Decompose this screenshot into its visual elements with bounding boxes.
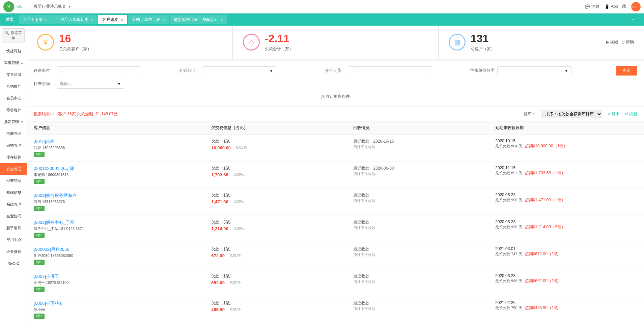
- table-row: [0001020001]李老师 李老师 18600391516 现销 欠款（1笔…: [27, 161, 644, 188]
- sidebar-item-wechat[interactable]: 企业微信: [0, 246, 27, 258]
- debt-percent: 0.00%: [234, 172, 244, 176]
- view-btn[interactable]: ▶ 视频: [606, 39, 618, 45]
- sidebar-item-quick-nav[interactable]: 快捷导航: [0, 45, 27, 57]
- stat-debt-amount-label: 欠款合计（万）: [265, 46, 293, 52]
- filter-balance-select[interactable]: 选择... ▼: [57, 79, 124, 89]
- sidebar-item-basic[interactable]: 基础信息: [0, 187, 27, 199]
- sidebar-item-ecommerce[interactable]: 电商管理: [0, 128, 27, 140]
- app-download-btn[interactable]: 📱 App下载: [605, 4, 626, 9]
- stat-total-customers-info: 131 总客户（家）: [471, 32, 495, 52]
- export-icon: ↗: [607, 112, 611, 116]
- sidebar-item-vip[interactable]: 畅会员: [0, 258, 27, 269]
- refresh-btn[interactable]: ↺ 刷新: [625, 111, 637, 117]
- play-icon: ▶: [606, 40, 609, 45]
- due-date-cell: 2020.06.23 最长欠款 998 天 超期¥652.00（1笔）: [495, 273, 637, 284]
- results-bar: 搜索结果中，客户 16家 欠款金额 -21,148.07元 排序： 排序：按欠款…: [27, 107, 644, 121]
- col-customer-info: 客户信息: [34, 125, 211, 131]
- debt-percent: 0.00%: [230, 280, 241, 284]
- customer-name-link[interactable]: [0006]去下粮仓: [34, 300, 211, 306]
- next-collect: 预计下次收款: [353, 306, 495, 311]
- app-logo: 畅: [3, 1, 14, 12]
- overdue-amount-link[interactable]: 超期¥1,471.00（1笔）: [525, 198, 565, 202]
- overdue-amount-link[interactable]: 超期¥1,214.00（3笔）: [525, 225, 565, 229]
- tab-home[interactable]: 首页: [2, 15, 18, 24]
- tab-production[interactable]: 产成品入库单历史 ✕: [52, 15, 97, 24]
- chevron-down-balance-icon: ▼: [117, 82, 121, 86]
- customer-tag: 现销: [34, 260, 45, 265]
- overdue-amount-link[interactable]: 超期¥10,000.00（1笔）: [525, 144, 568, 148]
- table-row: [0007]小进干 小进干 18279152100 现销 欠款（1笔） 652.…: [27, 269, 644, 296]
- overdue-amount-link[interactable]: 超期¥1,703.68（1笔）: [525, 171, 565, 175]
- tab-purchase-stats[interactable]: 进货单统计表（按商品） ✕: [170, 15, 227, 24]
- sidebar-item-inventory[interactable]: 库存核算: [0, 151, 27, 163]
- sidebar-item-apps[interactable]: 应用中心: [0, 234, 27, 246]
- table-header: 客户信息 欠交易信息（占比） 回收情况 到期未收款日期: [27, 122, 644, 135]
- chevron-down-dept-icon: ▼: [269, 68, 273, 73]
- tab-purchase-order[interactable]: 采购订单统计表 ✕: [128, 15, 169, 24]
- sidebar-item-purchase[interactable]: 采购管理: [0, 140, 27, 151]
- debt-amount: 1,471.00: [211, 199, 228, 204]
- message-btn[interactable]: 💬 消息: [585, 4, 599, 9]
- sidebar-search-btn[interactable]: 🔍 搜索菜单: [2, 28, 25, 42]
- export-btn[interactable]: ↗ 导出: [607, 111, 620, 117]
- customer-name-link[interactable]: [0007]小进干: [34, 273, 211, 279]
- sidebar-item-retail-stats[interactable]: 零售统计: [0, 104, 27, 116]
- sidebar-item-marketing[interactable]: 营销推广: [0, 81, 27, 92]
- company-selector[interactable]: 母婴行业演示账套 ▼: [34, 4, 71, 9]
- sidebar-item-finance[interactable]: 资金管理: [0, 163, 27, 175]
- customer-name-link[interactable]: [000002]用户2050: [34, 246, 211, 253]
- sidebar-item-enterprise[interactable]: 企业协同: [0, 210, 27, 222]
- tab-minimize-icon[interactable]: －: [630, 17, 635, 23]
- sidebar-item-batch-mgmt[interactable]: 批发管理 ▼: [0, 116, 27, 128]
- tab-customer-label: 客户账本: [102, 17, 118, 23]
- sort-select[interactable]: 排序：按欠款金额倒序排序: [541, 110, 602, 118]
- help-btn[interactable]: ⊙ 帮助: [621, 39, 634, 45]
- debt-info-cell: 欠款（1笔） 1,703.68 0.00%: [211, 166, 353, 177]
- debt-percent: 0.00%: [230, 307, 241, 311]
- customer-tag: 现销: [34, 287, 45, 292]
- debt-percent: 0.00%: [234, 199, 244, 203]
- sidebar-item-retail-shop[interactable]: 零售商城: [0, 69, 27, 81]
- customer-name-link[interactable]: [0003]畅捷服务尹海燕: [34, 193, 211, 199]
- filter-person-input[interactable]: ...: [348, 66, 432, 75]
- overdue-amount-link[interactable]: 超期¥672.00（1笔）: [525, 252, 562, 256]
- next-collect: 预计下次收款: [353, 171, 495, 176]
- user-avatar[interactable]: demo2: [631, 2, 641, 11]
- sidebar-item-guide[interactable]: 新手引导: [0, 222, 27, 234]
- debt-percent: 0.00%: [230, 253, 241, 257]
- filter-dept-select[interactable]: ▼: [202, 66, 276, 75]
- tab-customer-close[interactable]: ✕: [120, 18, 123, 22]
- stat-debt-customers: ¥ 16 总欠款客户（家）: [27, 26, 233, 59]
- customer-tag: 现销: [34, 152, 45, 157]
- overdue-amount-link[interactable]: 超期¥652.00（1笔）: [525, 278, 562, 283]
- debt-count: 欠款（1笔）: [211, 246, 353, 252]
- tab-products-close[interactable]: ✕: [45, 18, 48, 22]
- customer-name-link[interactable]: [0001020001]李老师: [34, 166, 211, 172]
- customer-tag: 现销: [34, 206, 45, 211]
- customer-name-link[interactable]: [0002]服务中心_丁磊: [34, 219, 211, 226]
- building-icon: ▦: [449, 34, 466, 51]
- tab-purchase-stats-close[interactable]: ✕: [220, 18, 223, 22]
- customer-name-link[interactable]: [0016]吕俊: [34, 139, 211, 145]
- table-row: [0002]服务中心_丁磊 服务中心_丁磊 181 0125 8371 现销 欠…: [27, 215, 644, 242]
- sidebar-item-operations[interactable]: 经营管理: [0, 175, 27, 187]
- filter-category-select[interactable]: ▼: [497, 66, 571, 75]
- tab-customer[interactable]: 客户账本 ✕: [98, 15, 127, 24]
- sidebar-item-retail-mgmt[interactable]: 零售管理 ▲: [0, 57, 27, 69]
- sidebar-item-system[interactable]: 系统管理: [0, 199, 27, 210]
- collapse-bar[interactable]: ⋀ 收起更多条件: [34, 92, 637, 101]
- table-row: [0003]畅捷服务尹海燕 海燕 18513066976 现销 欠款（1笔） 1…: [27, 188, 644, 215]
- search-btn[interactable]: 查询: [616, 66, 637, 76]
- stat-total-customers-label: 总客户（家）: [471, 46, 495, 52]
- tab-purchase-order-close[interactable]: ✕: [162, 18, 165, 22]
- tab-maximize-icon[interactable]: ⛶: [638, 17, 642, 23]
- tab-products[interactable]: 商品上下架 ✕: [19, 15, 52, 24]
- overdue-amount-link[interactable]: 超期¥455.90（1笔）: [525, 305, 562, 310]
- tab-production-close[interactable]: ✕: [91, 18, 93, 22]
- filter-supplier-input[interactable]: ...: [57, 66, 141, 75]
- stat-debt-customers-info: 16 总欠款客户（家）: [59, 32, 91, 52]
- sidebar-item-members[interactable]: 会员中心: [0, 92, 27, 104]
- collect-label: 最近收款 2020-10-15: [353, 139, 495, 144]
- data-table: 客户信息 欠交易信息（占比） 回收情况 到期未收款日期 [0016]吕俊 吕俊 …: [27, 122, 644, 324]
- collect-status-cell: 最近收款 预计下次收款: [353, 246, 495, 257]
